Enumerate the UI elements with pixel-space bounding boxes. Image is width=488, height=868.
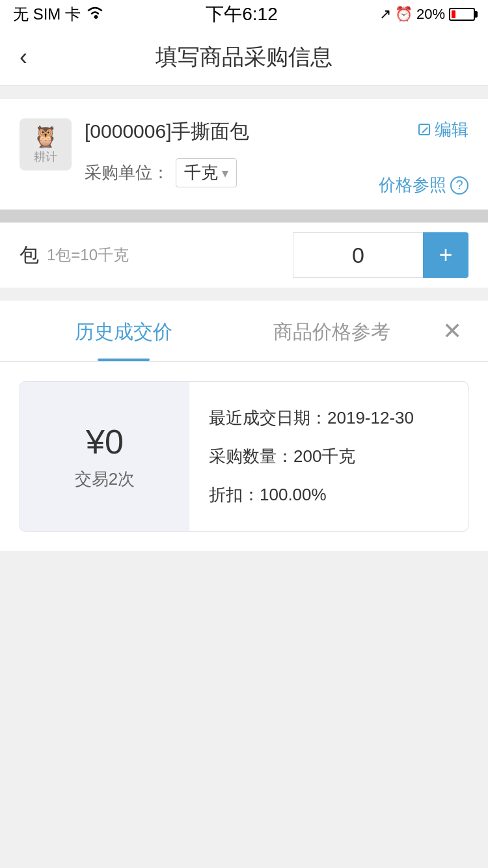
transaction-left: ¥0 交易2次	[20, 382, 189, 531]
recent-date-row: 最近成交日期：2019-12-30	[209, 405, 448, 431]
status-right: ↗ ⏰ 20%	[379, 6, 475, 23]
battery-percent: 20%	[416, 6, 445, 23]
transaction-right: 最近成交日期：2019-12-30 采购数量：200千克 折扣：100.00%	[189, 382, 468, 531]
edit-icon	[418, 123, 432, 137]
status-time: 下午6:12	[206, 2, 278, 27]
back-button[interactable]: ‹	[20, 37, 34, 77]
unit-value: 千克	[184, 161, 218, 184]
quantity-unit-tag: 包	[20, 242, 39, 269]
close-button[interactable]: ✕	[436, 311, 468, 351]
tab-product-price-ref[interactable]: 商品价格参考	[228, 301, 436, 361]
quantity-value: 0	[352, 243, 364, 268]
transaction-price: ¥0	[86, 422, 124, 461]
product-card: 🦉 耕计 [0000006]手撕面包 采购单位： 千克 ▾	[0, 99, 488, 210]
quantity-row: 包 1包=10千克 0 +	[0, 223, 488, 288]
bottom-panel: 历史成交价 商品价格参考 ✕ ¥0 交易2次 最近成交日期：2019-12-30…	[0, 301, 488, 551]
main-content-area	[0, 551, 488, 868]
tab-history-price[interactable]: 历史成交价	[20, 301, 228, 361]
transaction-card: ¥0 交易2次 最近成交日期：2019-12-30 采购数量：200千克 折扣：…	[20, 381, 468, 532]
product-logo: 🦉 耕计	[20, 118, 72, 170]
svg-rect-0	[419, 124, 429, 135]
logo-sub-text: 耕计	[34, 149, 57, 165]
discount-row: 折扣：100.00%	[209, 482, 448, 508]
status-left: 无 SIM 卡	[13, 4, 104, 25]
page-title: 填写商品采购信息	[156, 42, 332, 72]
quantity-row-detail: 采购数量：200千克	[209, 444, 448, 469]
tabs-row: 历史成交价 商品价格参考 ✕	[0, 301, 488, 362]
product-name: [0000006]手撕面包	[85, 118, 379, 145]
quantity-input[interactable]: 0	[293, 232, 423, 278]
alarm-icon: ⏰	[395, 6, 413, 23]
plus-icon: +	[439, 241, 452, 269]
price-ref-button[interactable]: 价格参照 ?	[379, 174, 468, 197]
quantity-sub-text: 1包=10千克	[47, 245, 129, 265]
transaction-count: 交易2次	[75, 468, 135, 491]
battery-icon	[449, 8, 475, 21]
wifi-icon	[86, 5, 104, 23]
unit-label: 采购单位：	[85, 161, 169, 184]
edit-button[interactable]: 编辑	[418, 118, 468, 141]
svg-line-1	[422, 128, 427, 133]
history-content: ¥0 交易2次 最近成交日期：2019-12-30 采购数量：200千克 折扣：…	[0, 362, 488, 551]
location-icon: ↗	[379, 6, 391, 23]
carrier-text: 无 SIM 卡	[13, 4, 81, 25]
chevron-down-icon: ▾	[222, 165, 228, 181]
help-icon: ?	[450, 176, 468, 195]
status-bar: 无 SIM 卡 下午6:12 ↗ ⏰ 20%	[0, 0, 488, 29]
unit-selector[interactable]: 千克 ▾	[176, 158, 237, 187]
nav-bar: ‹ 填写商品采购信息	[0, 29, 488, 86]
logo-owl-icon: 🦉	[33, 124, 59, 149]
close-icon: ✕	[442, 318, 462, 344]
section-divider	[0, 210, 488, 223]
quantity-plus-button[interactable]: +	[423, 232, 468, 278]
